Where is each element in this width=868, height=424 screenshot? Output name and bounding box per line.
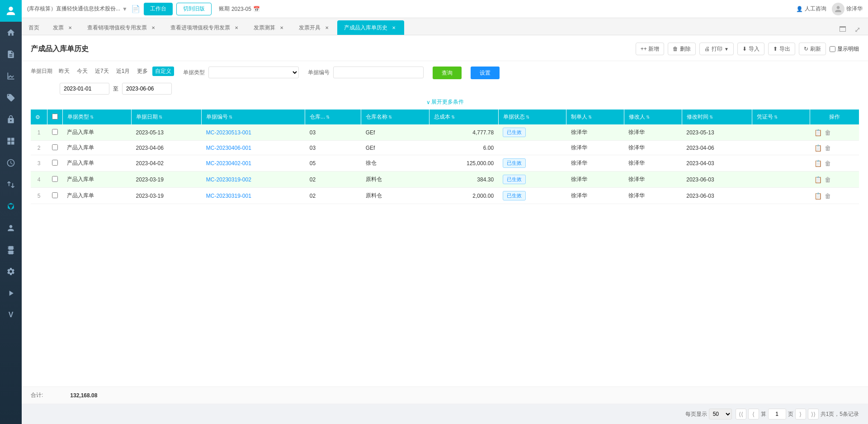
th-type[interactable]: 单据类型⇅ bbox=[62, 110, 132, 124]
cell-warehouse-name: GEf bbox=[361, 141, 429, 155]
support-button[interactable]: 👤 人工咨询 bbox=[796, 5, 826, 13]
history-button[interactable]: 切到旧版 bbox=[176, 3, 212, 15]
th-modifier[interactable]: 修改人⇅ bbox=[624, 110, 682, 124]
number-link[interactable]: MC-20230319-002 bbox=[206, 176, 251, 183]
sidebar-item-chart[interactable] bbox=[0, 65, 22, 87]
sidebar-item-home[interactable] bbox=[0, 22, 22, 43]
tab-check-purchase[interactable]: 查看进项增值税专用发票 ✕ bbox=[164, 20, 247, 35]
tab-invoice-open[interactable]: 发票开具 ✕ bbox=[292, 20, 337, 35]
expand-button[interactable]: ∨ 展开更多条件 bbox=[426, 98, 464, 106]
date-to-input[interactable] bbox=[122, 83, 172, 95]
reset-button[interactable]: 设置 bbox=[471, 67, 500, 79]
row-checkbox[interactable] bbox=[52, 160, 58, 166]
edit-icon[interactable]: 📋 bbox=[814, 144, 822, 152]
row-checkbox[interactable] bbox=[52, 129, 58, 135]
per-page-select[interactable]: 50 10 20 100 bbox=[709, 409, 732, 419]
th-voucher[interactable]: 凭证号⇅ bbox=[752, 110, 810, 124]
sidebar-item-transfer[interactable] bbox=[0, 174, 22, 195]
sidebar-item-grid[interactable] bbox=[0, 130, 22, 152]
user-menu[interactable]: 徐泽华 bbox=[832, 3, 863, 15]
show-detail-checkbox[interactable] bbox=[830, 46, 835, 52]
number-link[interactable]: MC-20230319-001 bbox=[206, 193, 251, 199]
refresh-button[interactable]: ↻ 刷新 bbox=[799, 43, 826, 55]
tab-check-purchase-close[interactable]: ✕ bbox=[233, 24, 240, 32]
sidebar-item-tag[interactable] bbox=[0, 87, 22, 109]
edit-icon[interactable]: 📋 bbox=[814, 160, 822, 167]
import-button[interactable]: ⬇ 导入 bbox=[737, 43, 764, 55]
edit-icon[interactable]: 📋 bbox=[814, 192, 822, 200]
sidebar-item-play[interactable] bbox=[0, 282, 22, 304]
row-checkbox[interactable] bbox=[52, 192, 58, 198]
number-link[interactable]: MC-20230402-001 bbox=[206, 160, 251, 167]
print-button[interactable]: 🖨 打印 ▼ bbox=[699, 43, 734, 55]
number-input[interactable] bbox=[333, 67, 424, 78]
edit-icon[interactable]: 📋 bbox=[814, 176, 822, 183]
settings-icon[interactable]: ⚙ bbox=[35, 114, 40, 120]
th-warehouse-code[interactable]: 仓库...⇅ bbox=[305, 110, 361, 124]
th-warehouse-name[interactable]: 仓库名称⇅ bbox=[361, 110, 429, 124]
row-checkbox[interactable] bbox=[52, 144, 58, 150]
shortcut-7days[interactable]: 近7天 bbox=[92, 67, 112, 76]
sidebar-item-person[interactable] bbox=[0, 217, 22, 239]
row-checkbox[interactable] bbox=[52, 176, 58, 182]
th-creator[interactable]: 制单人⇅ bbox=[566, 110, 624, 124]
pager-input[interactable] bbox=[768, 409, 786, 419]
app-logo[interactable] bbox=[0, 0, 22, 22]
period-calendar-icon[interactable]: 📅 bbox=[253, 6, 260, 12]
th-status[interactable]: 单据状态⇅ bbox=[498, 110, 566, 124]
delete-button[interactable]: 🗑 删除 bbox=[668, 43, 696, 55]
window-minimize[interactable]: 🗖 bbox=[837, 24, 848, 35]
number-link[interactable]: MC-20230406-001 bbox=[206, 145, 251, 151]
tab-check-sales-close[interactable]: ✕ bbox=[150, 24, 157, 32]
delete-row-icon[interactable]: 🗑 bbox=[825, 144, 831, 152]
sidebar-item-lock[interactable] bbox=[0, 109, 22, 130]
workbench-button[interactable]: 工作台 bbox=[144, 3, 173, 15]
company-dropdown-icon[interactable]: ▼ bbox=[122, 6, 127, 12]
window-maximize[interactable]: ⤢ bbox=[852, 24, 863, 35]
th-modify-time[interactable]: 修改时间⇅ bbox=[682, 110, 752, 124]
type-select[interactable] bbox=[208, 67, 299, 78]
tab-invoice[interactable]: 发票 ✕ bbox=[46, 20, 80, 35]
pager-next[interactable]: ⟩ bbox=[795, 409, 806, 419]
tab-home[interactable]: 首页 bbox=[22, 20, 46, 35]
shortcut-yesterday[interactable]: 昨天 bbox=[56, 67, 72, 76]
shortcut-today[interactable]: 今天 bbox=[74, 67, 90, 76]
pager-first[interactable]: ⟨⟨ bbox=[736, 409, 746, 419]
export-button[interactable]: ⬆ 导出 bbox=[768, 43, 795, 55]
query-button[interactable]: 查询 bbox=[433, 67, 462, 79]
th-settings[interactable]: ⚙ bbox=[31, 110, 47, 124]
sidebar-item-clock[interactable] bbox=[0, 152, 22, 174]
tab-invoice-close[interactable]: ✕ bbox=[66, 24, 74, 32]
pager-prev[interactable]: ⟨ bbox=[748, 409, 759, 419]
tab-product-history[interactable]: 产成品入库单历史 ✕ bbox=[337, 20, 404, 35]
sidebar-item-box[interactable] bbox=[0, 195, 22, 217]
sidebar-item-recycle[interactable] bbox=[0, 239, 22, 261]
new-button[interactable]: + + 新增 bbox=[636, 43, 664, 55]
pager-last[interactable]: ⟩⟩ bbox=[808, 409, 819, 419]
sidebar-item-document[interactable] bbox=[0, 43, 22, 65]
tab-invoice-open-close[interactable]: ✕ bbox=[323, 24, 330, 32]
number-link[interactable]: MC-20230513-001 bbox=[206, 129, 251, 136]
tab-invoice-calc-close[interactable]: ✕ bbox=[278, 24, 285, 32]
topbar-doc-icon[interactable]: 📄 bbox=[131, 5, 140, 13]
tab-check-sales[interactable]: 查看销项增值税专用发票 ✕ bbox=[80, 20, 164, 35]
shortcut-1month[interactable]: 近1月 bbox=[113, 67, 133, 76]
delete-row-icon[interactable]: 🗑 bbox=[825, 129, 831, 136]
delete-row-icon[interactable]: 🗑 bbox=[825, 192, 831, 200]
company-selector[interactable]: (库存核算）直播轻快通信息技术股份... ▼ bbox=[27, 5, 127, 13]
edit-icon[interactable]: 📋 bbox=[814, 129, 822, 136]
th-total-cost[interactable]: 总成本⇅ bbox=[429, 110, 498, 124]
shortcut-more[interactable]: 更多 bbox=[134, 67, 151, 76]
delete-row-icon[interactable]: 🗑 bbox=[825, 176, 831, 183]
show-detail-label[interactable]: 显示明细 bbox=[830, 45, 859, 53]
delete-row-icon[interactable]: 🗑 bbox=[825, 160, 831, 167]
tab-invoice-calc[interactable]: 发票测算 ✕ bbox=[247, 20, 292, 35]
th-date[interactable]: 单据日期⇅ bbox=[132, 110, 202, 124]
shortcut-custom[interactable]: 自定义 bbox=[152, 67, 174, 76]
th-number[interactable]: 单据编号⇅ bbox=[202, 110, 305, 124]
sidebar-item-v[interactable]: V bbox=[0, 304, 22, 326]
date-from-input[interactable] bbox=[60, 83, 109, 95]
select-all-checkbox[interactable] bbox=[52, 114, 58, 119]
sidebar-item-settings2[interactable] bbox=[0, 261, 22, 282]
tab-product-history-close[interactable]: ✕ bbox=[390, 24, 397, 32]
